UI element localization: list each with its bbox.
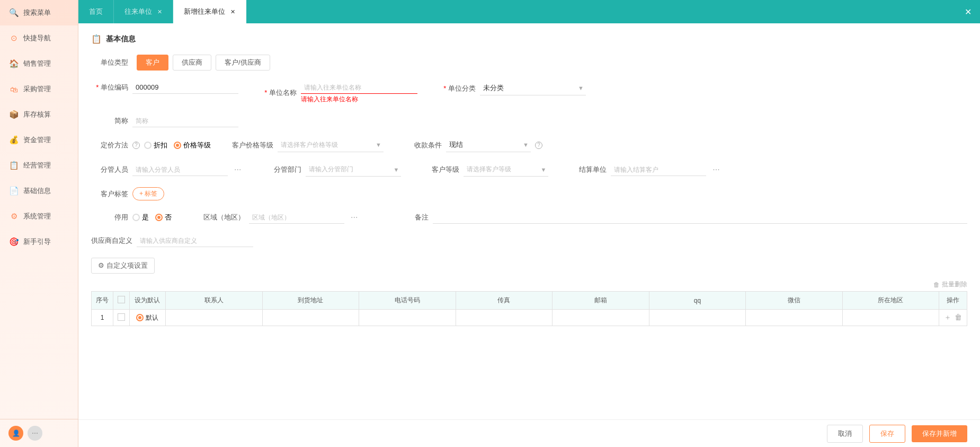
tab-new-partner[interactable]: 新增往来单位 ✕ [173,0,246,23]
tab-bar: 首页 往来单位 ✕ 新增往来单位 ✕ ✕ [78,0,980,23]
supplier-custom-input[interactable] [137,234,253,247]
pricing-row: 定价方法 ? 折扣 价格等级 客户价格等级 请选择客户价格等级 [91,138,967,152]
manager-ellipsis[interactable]: ··· [232,165,243,174]
tab-home-label: 首页 [89,7,103,16]
row-default-radio[interactable] [136,314,144,321]
contact-input[interactable] [169,314,259,321]
pricing-discount-label: 折扣 [154,141,167,150]
sidebar-item-label: 快捷导航 [23,33,51,43]
supplier-custom-label: 供应商自定义 [91,236,132,246]
pricing-discount-radio[interactable] [144,142,152,149]
sidebar-item-shortcut[interactable]: ⊙ 快捷导航 [0,25,78,51]
unit-type-supplier[interactable]: 供应商 [173,55,211,71]
row-contact [165,310,262,326]
region-ellipsis[interactable]: ··· [349,213,360,222]
custom-settings-button[interactable]: ⚙ 自定义项设置 [91,258,155,274]
disabled-label: 停用 [91,213,128,222]
settlement-field: 结算单位 ··· [569,163,721,176]
wechat-input[interactable] [749,314,839,321]
sidebar-item-inventory[interactable]: 📦 库存核算 [0,102,78,127]
customer-price-level-select[interactable]: 请选择客户价格等级 ▼ [278,138,384,152]
category-value: 未分类 [480,81,576,95]
location-input[interactable] [846,314,936,321]
tab-partners[interactable]: 往来单位 ✕ [114,0,173,23]
sidebar-item-basic[interactable]: 📄 基础信息 [0,178,78,204]
category-select[interactable]: 未分类 ▼ [480,81,586,95]
row-checkbox-cell [113,310,129,326]
disabled-no-radio[interactable] [155,214,163,221]
batch-delete-icon: 🗑 [933,281,940,288]
customer-level-value: 请选择客户等级 [464,163,538,176]
batch-delete-area: 🗑 批量删除 [91,280,967,289]
email-input[interactable] [556,314,646,321]
sidebar-item-label: 经营管理 [23,161,51,170]
row-checkbox[interactable] [118,313,125,321]
payment-help-icon[interactable]: ? [535,142,542,149]
unit-type-customer[interactable]: 客户 [137,55,168,71]
settlement-input[interactable] [611,163,706,176]
row-email [553,310,649,326]
row-location [842,310,939,326]
payment-select[interactable]: 现结 ▼ [446,138,531,152]
address-input[interactable] [266,314,356,321]
sidebar-item-system[interactable]: ⚙ 系统管理 [0,204,78,229]
disabled-yes-radio[interactable] [132,214,140,221]
user-avatar[interactable]: 👤 [8,426,23,441]
settlement-ellipsis[interactable]: ··· [710,165,721,174]
row-wechat [746,310,843,326]
region-input[interactable] [249,211,344,224]
dept-select[interactable]: 请输入分管部门 ▼ [306,163,401,177]
sidebar-item-guide[interactable]: 🎯 新手引导 [0,229,78,255]
pricing-discount-option[interactable]: 折扣 [144,141,167,150]
customer-level-label: 客户等级 [422,165,459,174]
batch-delete-label[interactable]: 批量删除 [942,280,967,289]
cancel-button[interactable]: 取消 [827,425,863,443]
code-input[interactable] [132,81,238,94]
qq-input[interactable] [653,314,743,321]
disabled-no-option[interactable]: 否 [155,213,172,222]
row-actions: ＋ 🗑 [939,310,967,326]
window-close-button[interactable]: ✕ [956,0,980,23]
shortname-input[interactable] [132,115,238,127]
settings-avatar[interactable]: ⋯ [28,426,42,441]
phone-input[interactable] [362,314,452,321]
customer-level-select[interactable]: 请选择客户等级 ▼ [464,163,548,177]
customer-price-level-label: 客户价格等级 [232,141,273,150]
pricing-radio-group: 折扣 价格等级 [144,141,211,150]
shortname-label: 简称 [91,116,128,126]
name-input[interactable] [301,81,417,94]
pricing-level-radio[interactable] [174,142,181,149]
row-default-radio-item[interactable]: 默认 [133,313,162,322]
pricing-help-icon[interactable]: ? [132,142,140,149]
manager-input[interactable] [132,163,228,176]
row-index: 1 [92,310,113,326]
save-button[interactable]: 保存 [869,425,905,443]
remark-input[interactable] [433,211,967,224]
row-qq [649,310,746,326]
disabled-yes-option[interactable]: 是 [132,213,149,222]
sidebar-item-purchase[interactable]: 🛍 采购管理 [0,76,78,102]
save-new-button[interactable]: 保存并新增 [912,425,967,442]
sidebar-item-operations[interactable]: 📋 经营管理 [0,153,78,178]
name-field: 单位名称 请输入往来单位名称 [260,81,417,104]
tab-home[interactable]: 首页 [78,0,114,23]
manager-row: 分管人员 ··· 分管部门 请输入分管部门 ▼ 客户等级 请选择客户等级 ▼ 结… [91,163,967,177]
sidebar-item-search[interactable]: 🔍 搜索菜单 [0,0,78,25]
sidebar-item-finance[interactable]: 💰 资金管理 [0,127,78,153]
select-all-checkbox[interactable] [118,296,125,303]
row-address [262,310,359,326]
delete-row-icon[interactable]: 🗑 [955,313,962,322]
sidebar-item-sales[interactable]: 🏠 销售管理 [0,51,78,76]
tab-partners-close[interactable]: ✕ [157,8,162,15]
pricing-level-option[interactable]: 价格等级 [174,141,211,150]
tab-new-partner-close[interactable]: ✕ [230,8,235,15]
pricing-level-label: 价格等级 [183,141,211,150]
disabled-region-row: 停用 是 否 区域（地区） ··· 备注 [91,211,967,224]
category-field: 单位分类 未分类 ▼ [439,81,586,95]
unit-type-both[interactable]: 客户/供应商 [216,55,270,71]
add-tag-button[interactable]: + 标签 [132,187,164,200]
basic-icon: 📄 [8,186,19,196]
add-row-icon[interactable]: ＋ [944,313,951,322]
row-fax [456,310,553,326]
fax-input[interactable] [459,314,549,321]
